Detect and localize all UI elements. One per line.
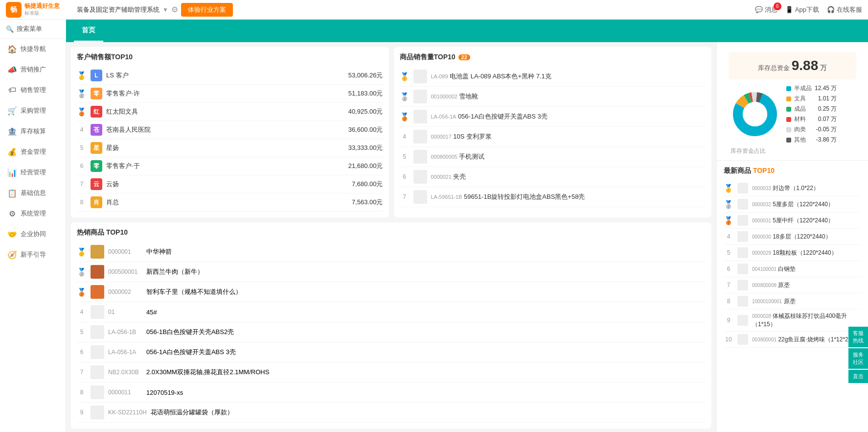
product-info: LA-056-1A 056-1A白色按键开关盖ABS 3壳 [431, 112, 706, 121]
legend-name: 其他 [794, 136, 813, 144]
product-info: LA-089 电池盖 LA-089 ABS本色+黑种 7.1克 [431, 72, 706, 81]
product-image [737, 296, 748, 307]
online-service-button[interactable]: 🎧 在线客服 [827, 5, 862, 14]
sidebar: 🔍 搜索菜单 🏠 快捷导航 📣 营销推广 🏷 销售管理 🛒 采购管理 🏦 库存核… [0, 20, 66, 432]
rank-number: 5 [77, 329, 87, 336]
product-name: 12070519-xs [146, 389, 183, 396]
legend-color-dot [786, 117, 791, 122]
sidebar-item-inventory[interactable]: 🏦 库存核算 [0, 121, 66, 142]
customer-value: 7,563.00元 [352, 198, 383, 207]
message-icon: 💬 [755, 6, 763, 13]
newest-products-title: 最新商品 TOP10 [724, 167, 861, 175]
rank-number: 6 [724, 265, 733, 272]
system-selector[interactable]: 装备及固定资产辅助管理系统 ▼ ⚙ 体验行业方案 [77, 3, 750, 17]
table-row: 🥈 零 零售客户·许 51,183.00元 [77, 85, 383, 103]
donut-container: 半成品 12.45 万 文具 1.01 万 [731, 84, 854, 144]
product-code: 000500001 [108, 268, 142, 275]
product-info: 0000017 10S 变利罗浆 [431, 132, 706, 141]
avatar: 苍 [91, 124, 102, 136]
product-code: NB2.0X30B [108, 369, 142, 376]
customer-value: 21,680.00元 [348, 162, 383, 170]
message-button[interactable]: 💬 消息 6 [755, 5, 777, 14]
app-download-button[interactable]: 📱 App下载 [785, 5, 819, 14]
product-image [413, 150, 427, 164]
rank-number: 4 [724, 233, 733, 240]
legend-name: 半成品 [794, 84, 812, 93]
customer-value: 40,925.00元 [348, 107, 383, 116]
avatar: 零 [91, 160, 102, 172]
inventory-unit: 万 [820, 64, 827, 72]
system-icon: ⚙ [8, 209, 17, 218]
table-row: 🥈 000500001 新西兰牛肉（新牛） [77, 262, 706, 282]
product-image [91, 345, 104, 359]
table-row: 6 0000021 夹壳 [400, 167, 706, 187]
legend-item: 材料 0.07 万 [786, 115, 837, 123]
rank-number: 6 [77, 163, 87, 169]
top-two-col: 客户销售额TOP10 🥇 L LS 客户 53,006.26元 🥈 零 [71, 47, 711, 217]
customer-service-button[interactable]: 客服热线 [848, 327, 868, 347]
gear-icon[interactable]: ⚙ [171, 5, 178, 14]
list-item: 5 0000029 18颗粒板（1220*2440） [724, 245, 861, 261]
avatar: 云 [91, 178, 102, 190]
table-row: 4 苍 苍南县人民医院 36,600.00元 [77, 121, 383, 139]
product-code: LA-056-1A [108, 349, 142, 356]
legend-name: 肉类 [794, 125, 813, 134]
product-name: 花语萌恒温分罐罐袋（厚款） [151, 408, 233, 417]
product-code: LA-056-1B [108, 329, 142, 336]
tab-home[interactable]: 首页 [74, 20, 103, 42]
donut-chart-svg [731, 90, 779, 139]
svg-rect-8 [91, 325, 104, 339]
product-image [413, 190, 427, 204]
product-image [413, 90, 427, 103]
main-layout: 🔍 搜索菜单 🏠 快捷导航 📣 营销推广 🏷 销售管理 🛒 采购管理 🏦 库存核… [0, 20, 868, 432]
product-qty-rank-card: 商品销售量TOP10 22 🥇 LA-089 电池盖 LA-089 ABS本色+… [394, 47, 712, 217]
product-name: 智利车子里（规格不知道填什么） [146, 288, 242, 296]
sidebar-item-sales[interactable]: 🏷 销售管理 [0, 80, 66, 100]
svg-rect-6 [415, 192, 426, 202]
rank-number: 9 [724, 317, 733, 324]
try-plan-button[interactable]: 体验行业方案 [181, 3, 233, 17]
service-community-button[interactable]: 服务社区 [848, 348, 868, 369]
product-name: 中华神箭 [146, 247, 172, 256]
sidebar-item-quick-nav[interactable]: 🏠 快捷导航 [0, 39, 66, 59]
sidebar-item-purchase[interactable]: 🛒 采购管理 [0, 100, 66, 121]
legend-item: 半成品 12.45 万 [786, 84, 837, 93]
sidebar-item-enterprise[interactable]: 🤝 企业协同 [0, 224, 66, 244]
medal-gold-icon: 🥇 [77, 247, 87, 257]
sidebar-item-basic[interactable]: 📋 基础信息 [0, 183, 66, 203]
product-image [737, 315, 748, 326]
svg-rect-12 [91, 406, 104, 419]
product-info: 0000032 5厘多层（1220*2440） [752, 200, 861, 209]
search-menu[interactable]: 🔍 搜索菜单 [0, 20, 66, 39]
product-image [91, 406, 104, 419]
sidebar-item-operation[interactable]: 📊 经营管理 [0, 162, 66, 183]
newest-products-section: 最新商品 TOP10 🥇 0000033 封边带（1.0*22） 🥈 00000… [717, 160, 868, 354]
list-item: 8 10000100001 原垄 [724, 293, 861, 310]
sidebar-item-system[interactable]: ⚙ 系统管理 [0, 203, 66, 224]
sidebar-item-marketing[interactable]: 📣 营销推广 [0, 59, 66, 80]
rank-number: 9 [77, 409, 87, 416]
customer-name: 星扬 [106, 144, 344, 152]
sidebar-item-finance[interactable]: 💰 资金管理 [0, 142, 66, 162]
product-info: 000800005 手机测试 [431, 152, 706, 161]
avatar: L [91, 70, 102, 81]
svg-rect-1 [415, 91, 426, 102]
sidebar-label-inventory: 库存核算 [21, 127, 46, 136]
operation-icon: 📊 [8, 168, 17, 177]
list-item: 10 003800001 22g鱼豆腐·烧烤味（1*12*20） [724, 332, 861, 348]
customer-name: 红太阳文具 [106, 107, 344, 116]
rank-number: 7 [77, 369, 87, 376]
rank-number: 5 [77, 144, 87, 151]
sidebar-item-guide[interactable]: 🧭 新手引导 [0, 244, 66, 265]
sidebar-label-enterprise: 企业协同 [21, 230, 46, 239]
table-row: 5 星 星扬 33,333.00元 [77, 139, 383, 157]
sidebar-label-quick-nav: 快捷导航 [21, 45, 46, 53]
medal-silver-icon: 🥈 [724, 200, 733, 209]
legend-item: 文具 1.01 万 [786, 95, 837, 103]
inventory-total-label: 库存总资金 [758, 64, 790, 72]
customer-rank-card: 客户销售额TOP10 🥇 L LS 客户 53,006.26元 🥈 零 [71, 47, 389, 217]
medal-gold-icon: 🥇 [77, 71, 87, 80]
direct-button[interactable]: 直击 [848, 370, 868, 383]
product-name: 2.0X30MM双捶花轴,捶花直径2.1MM/ROHS [146, 368, 269, 377]
legend-value: -3.86 万 [816, 136, 837, 144]
